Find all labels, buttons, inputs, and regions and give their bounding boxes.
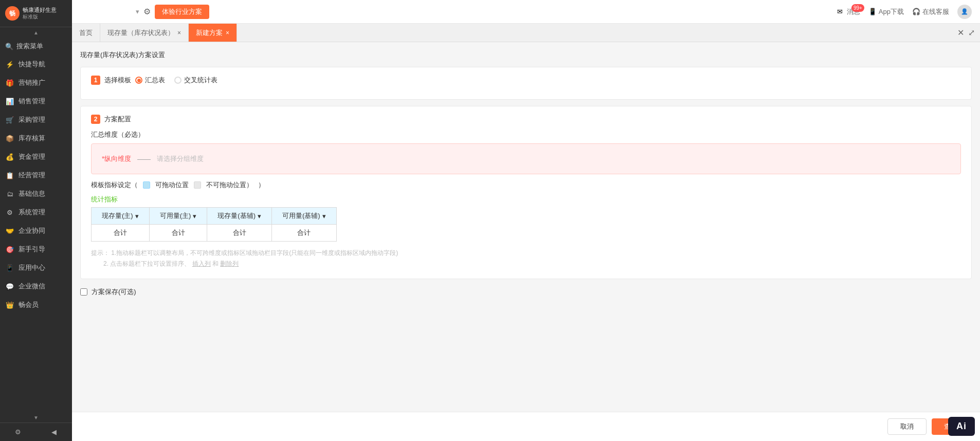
dim-error-box: *纵向维度 —— 请选择分组维度 [91,143,961,174]
radio-summary-label: 汇总表 [145,76,165,85]
col-header-1[interactable]: 可用量(主) ▾ [149,208,207,225]
topbar-dropdown-icon[interactable]: ▾ [136,8,139,15]
col-label-2: 现存量(基辅) [217,211,256,220]
col-chevron-0: ▾ [135,212,139,220]
sidebar-item-search[interactable]: 🔍 搜索菜单 [0,38,72,55]
cancel-button[interactable]: 取消 [887,418,927,435]
table-row-0: 合计 合计 合计 合计 [92,225,337,242]
col-label-0: 现存量(主) [102,211,133,220]
sidebar-item-newbie[interactable]: 🎯 新手引导 [0,240,72,259]
sidebar-item-system[interactable]: ⚙ 系统管理 [0,203,72,222]
sidebar-item-label: 销售管理 [19,97,45,106]
delete-col-link[interactable]: 删除列 [220,260,239,267]
topbar-gear-icon[interactable]: ⚙ [143,7,151,16]
app-name: 畅康通好生意 [23,6,57,13]
radio-cross-label: 交叉统计表 [184,76,217,85]
col-label-3: 可用量(基辅) [282,211,320,220]
tip-1: 提示： 1.拖动标题栏可以调整布局，不可跨维度或指标区域拖动栏目字段(只能在同一… [91,249,961,258]
section2-num: 2 [91,115,100,124]
app-download-button[interactable]: 📱 App下载 [868,7,904,16]
cell-0-0: 合计 [92,225,150,242]
col-label-1: 可用量(主) [160,211,191,220]
sidebar-item-sales[interactable]: 📊 销售管理 [0,92,72,111]
sidebar-settings-btn[interactable]: ⚙ [0,423,36,441]
dim-placeholder[interactable]: 请选择分组维度 [157,154,204,163]
sidebar-item-quick-nav[interactable]: ⚡ 快捷导航 [0,55,72,74]
indicator-fixed-label: 不可拖动位置） [206,180,253,190]
col-dropdown-3[interactable]: 可用量(基辅) ▾ [282,211,326,220]
col-header-3[interactable]: 可用量(基辅) ▾ [272,208,337,225]
col-dropdown-1[interactable]: 可用量(主) ▾ [160,211,197,220]
col-chevron-2: ▾ [258,212,261,220]
online-service-label: 在线客服 [922,7,949,16]
quick-nav-icon: ⚡ [5,60,14,69]
sales-icon: 📊 [5,97,14,106]
tab-inventory-label: 现存量（库存状况表） [107,28,174,38]
section2-header: 2 方案配置 [91,115,961,124]
indicator-fixed-badge [194,181,201,189]
cell-0-1: 合计 [149,225,207,242]
sidebar-logo: 畅 畅康通好生意 标准版 [0,0,72,27]
tab-new-plan[interactable]: 新建方案 × [189,24,237,42]
dim-separator: —— [137,155,151,163]
tab-new-plan-close[interactable]: × [226,30,229,36]
insert-col-link[interactable]: 插入列 [192,260,211,267]
radio-summary[interactable]: 汇总表 [135,76,165,85]
sidebar-item-inventory[interactable]: 📦 库存核算 [0,129,72,148]
tab-inventory[interactable]: 现存量（库存状况表） × [100,24,189,42]
sidebar-bottom: ⚙ ◀ [0,422,72,441]
window-expand-icon[interactable]: ⤢ [968,28,975,38]
user-avatar[interactable]: 👤 [957,5,972,19]
dim-label: 汇总维度（必选） [91,130,961,139]
tab-home-label: 首页 [79,28,93,38]
app-logo-icon: 畅 [5,6,20,21]
sidebar-item-operations[interactable]: 📋 经营管理 [0,166,72,185]
sidebar-item-basic-info[interactable]: 🗂 基础信息 [0,185,72,203]
tabs-bar: 首页 现存量（库存状况表） × 新建方案 × ✕ ⤢ [72,24,980,42]
indicator-movable-label: 可拖动位置 [155,180,189,190]
sidebar-collapse-btn[interactable]: ◀ [36,423,72,441]
sidebar: 畅 畅康通好生意 标准版 ▲ 🔍 搜索菜单 ⚡ 快捷导航 🎁 营销推广 📊 销售… [0,0,72,441]
section1-header: 1 选择模板 汇总表 交叉统计表 [91,76,961,85]
sidebar-search-label: 搜索菜单 [16,42,43,51]
enterprise-icon: 🤝 [5,226,14,235]
sidebar-item-label: 应用中心 [19,263,45,272]
indicator-label: 模板指标设定（ [91,180,138,190]
sidebar-item-member[interactable]: 👑 畅会员 [0,296,72,314]
sidebar-item-label: 营销推广 [19,78,45,87]
tips-section: 提示： 1.拖动标题栏可以调整布局，不可跨维度或指标区域拖动栏目字段(只能在同一… [91,249,961,268]
col-dropdown-0[interactable]: 现存量(主) ▾ [102,211,139,220]
sidebar-item-wechat[interactable]: 💬 企业微信 [0,277,72,296]
col-header-0[interactable]: 现存量(主) ▾ [92,208,150,225]
app-edition: 标准版 [23,13,57,21]
save-checkbox[interactable] [80,288,87,296]
sidebar-item-label: 系统管理 [19,208,45,217]
online-service-button[interactable]: 🎧 在线客服 [912,7,949,16]
sidebar-item-finance[interactable]: 💰 资金管理 [0,148,72,166]
member-icon: 👑 [5,300,14,309]
tab-inventory-close[interactable]: × [177,30,181,36]
stats-title: 统计指标 [91,195,961,204]
basic-info-icon: 🗂 [5,189,14,198]
topbar-title-input[interactable] [80,8,132,15]
sidebar-item-label: 企业微信 [19,282,45,291]
sidebar-item-app-center[interactable]: 📱 应用中心 [0,259,72,277]
sidebar-item-enterprise[interactable]: 🤝 企业协同 [0,222,72,240]
sidebar-scroll-up[interactable]: ▲ [0,27,72,38]
radio-cross[interactable]: 交叉统计表 [174,76,217,85]
tab-home[interactable]: 首页 [72,24,100,42]
window-close-icon[interactable]: ✕ [957,28,964,38]
page-title: 现存量(库存状况表)方案设置 [80,50,972,60]
topbar-cta-button[interactable]: 体验行业方案 [155,5,209,19]
indicator-movable-badge [143,181,150,189]
col-chevron-3: ▾ [322,212,326,220]
messages-button[interactable]: ✉ 99+ 消息 [837,7,860,16]
sidebar-item-purchase[interactable]: 🛒 采购管理 [0,111,72,129]
sidebar-scroll-down[interactable]: ▼ [0,412,72,422]
sidebar-item-label: 快捷导航 [19,60,45,69]
collapse-icon: ◀ [51,428,57,436]
col-dropdown-2[interactable]: 现存量(基辅) ▾ [217,211,261,220]
topbar-right: ✉ 99+ 消息 📱 App下载 🎧 在线客服 👤 [837,5,972,19]
sidebar-item-marketing[interactable]: 🎁 营销推广 [0,74,72,92]
col-header-2[interactable]: 现存量(基辅) ▾ [207,208,272,225]
